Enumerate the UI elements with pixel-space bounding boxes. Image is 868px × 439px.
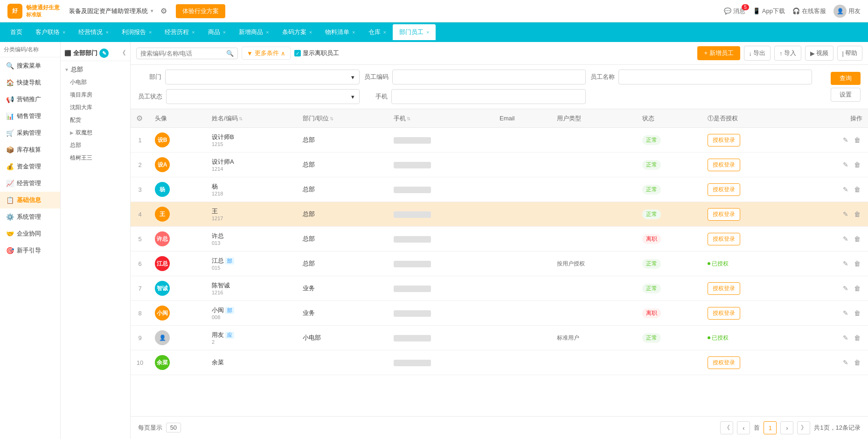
- tab-close-icon[interactable]: ×: [149, 29, 152, 35]
- tree-item-double[interactable]: ▶ 双魔想: [61, 126, 130, 139]
- emp-code-input[interactable]: [392, 70, 586, 84]
- dept-filter-select[interactable]: ▾: [165, 70, 360, 84]
- reset-button[interactable]: 设置: [831, 88, 861, 102]
- tree-item-hq[interactable]: 总部: [61, 139, 130, 152]
- tab-operation[interactable]: 经营情况 ×: [72, 24, 115, 40]
- sidebar-item-inventory[interactable]: 📦 库存核算: [0, 141, 60, 158]
- auth-login-button[interactable]: 授权登录: [708, 356, 740, 369]
- dropdown-arrow-icon[interactable]: ▾: [151, 8, 153, 14]
- edit-button[interactable]: ✎: [841, 284, 850, 293]
- tree-item-small-elec[interactable]: 小电部: [61, 76, 130, 89]
- tab-close-icon[interactable]: ×: [352, 29, 355, 35]
- sidebar-item-purchase[interactable]: 🛒 采购管理: [0, 125, 60, 141]
- delete-button[interactable]: 🗑: [852, 358, 862, 367]
- delete-button[interactable]: 🗑: [852, 209, 862, 219]
- sort-dept-icon[interactable]: ⇅: [330, 116, 333, 121]
- delete-button[interactable]: 🗑: [852, 308, 862, 318]
- delete-button[interactable]: 🗑: [852, 284, 862, 293]
- tab-customer[interactable]: 客户联络 ×: [29, 24, 72, 40]
- auth-login-button[interactable]: 授权登录: [708, 307, 740, 320]
- tab-home[interactable]: 首页: [4, 24, 29, 40]
- tab-close-icon[interactable]: ×: [309, 29, 312, 35]
- sidebar-item-management[interactable]: 📈 经营管理: [0, 175, 60, 192]
- sidebar-item-system[interactable]: ⚙️ 系统管理: [0, 209, 60, 225]
- edit-button[interactable]: ✎: [841, 209, 850, 219]
- edit-button[interactable]: ✎: [841, 234, 850, 244]
- tab-close-icon[interactable]: ×: [426, 29, 429, 35]
- auth-login-button[interactable]: 授权登录: [708, 183, 740, 196]
- auth-login-button[interactable]: 授权登录: [708, 282, 740, 295]
- settings-button[interactable]: ⚙: [157, 5, 170, 18]
- video-button[interactable]: ▶ 视频: [805, 46, 833, 61]
- per-page-value[interactable]: 50: [166, 423, 181, 432]
- phone-input[interactable]: [391, 89, 586, 104]
- show-resigned-checkbox[interactable]: ✓ 显示离职员工: [294, 49, 339, 57]
- trial-button[interactable]: 体验行业方案: [176, 4, 225, 18]
- tree-item-shenyang[interactable]: 沈阳大库: [61, 101, 130, 114]
- auth-login-button[interactable]: 授权登录: [708, 208, 740, 221]
- edit-dept-icon[interactable]: ✎: [99, 49, 109, 58]
- next-page-button[interactable]: ›: [780, 421, 793, 434]
- tab-warehouse[interactable]: 仓库 ×: [362, 24, 393, 40]
- sidebar-item-sales[interactable]: 📊 销售管理: [0, 108, 60, 125]
- online-service-button[interactable]: 🎧 在线客服: [792, 7, 826, 15]
- sidebar-item-shortcuts[interactable]: 🏠 快捷导航: [0, 74, 60, 91]
- add-employee-button[interactable]: + 新增员工: [697, 46, 740, 60]
- tab-close-icon[interactable]: ×: [62, 29, 65, 35]
- sidebar-item-finance[interactable]: 💰 资金管理: [0, 158, 60, 175]
- edit-button[interactable]: ✎: [841, 333, 850, 342]
- edit-button[interactable]: ✎: [841, 358, 850, 367]
- edit-button[interactable]: ✎: [841, 308, 850, 318]
- sidebar-item-collab[interactable]: 🤝 企业协同: [0, 225, 60, 242]
- auth-login-button[interactable]: 授权登录: [708, 159, 740, 171]
- prev-page-button[interactable]: ‹: [737, 421, 750, 434]
- sidebar-search-input[interactable]: [4, 46, 61, 53]
- edit-button[interactable]: ✎: [841, 135, 850, 145]
- import-button[interactable]: ↑ 导入: [774, 46, 801, 61]
- tab-close-icon[interactable]: ×: [192, 29, 194, 35]
- search-input[interactable]: [140, 50, 224, 57]
- tab-employees[interactable]: 部门员工 ×: [393, 24, 436, 40]
- last-page-button[interactable]: 》: [797, 421, 810, 434]
- tree-item-distribution[interactable]: 配货: [61, 114, 130, 126]
- col-settings-icon[interactable]: ⚙: [136, 114, 143, 122]
- sidebar-item-guide[interactable]: 🎯 新手引导: [0, 242, 60, 259]
- tab-close-icon[interactable]: ×: [223, 29, 226, 35]
- delete-button[interactable]: 🗑: [852, 160, 862, 169]
- export-button[interactable]: ↓ 导出: [744, 46, 771, 61]
- sidebar-item-marketing[interactable]: 📢 营销推广: [0, 91, 60, 108]
- query-button[interactable]: 查询: [831, 72, 861, 85]
- tab-bom[interactable]: 物料清单 ×: [319, 24, 361, 40]
- delete-button[interactable]: 🗑: [852, 333, 862, 342]
- tree-item-plant[interactable]: 植树王三: [61, 152, 130, 164]
- sidebar-item-basic-info[interactable]: 📋 基础信息: [0, 192, 60, 209]
- sidebar-item-search[interactable]: 🔍 搜索菜单: [0, 57, 60, 74]
- tab-barcode[interactable]: 条码方案 ×: [276, 24, 319, 40]
- tab-close-icon[interactable]: ×: [266, 29, 269, 35]
- delete-button[interactable]: 🗑: [852, 135, 862, 145]
- edit-button[interactable]: ✎: [841, 185, 850, 194]
- help-button[interactable]: | 帮助: [837, 46, 862, 61]
- first-page-button[interactable]: 《: [720, 421, 733, 434]
- tree-item-parent-headquarters[interactable]: ▼ 总部: [61, 63, 130, 76]
- auth-login-button[interactable]: 授权登录: [708, 134, 740, 146]
- emp-name-input[interactable]: [618, 70, 812, 84]
- sort-name-icon[interactable]: ⇅: [239, 116, 243, 121]
- edit-button[interactable]: ✎: [841, 160, 850, 169]
- delete-button[interactable]: 🗑: [852, 185, 862, 194]
- auth-login-button[interactable]: 授权登录: [708, 233, 740, 245]
- tab-profit[interactable]: 利润报告 ×: [115, 24, 158, 40]
- tab-close-icon[interactable]: ×: [105, 29, 108, 35]
- tab-history[interactable]: 经营历程 ×: [158, 24, 201, 40]
- delete-button[interactable]: 🗑: [852, 259, 862, 268]
- tab-goods[interactable]: 商品 ×: [201, 24, 232, 40]
- delete-button[interactable]: 🗑: [852, 234, 862, 244]
- tab-close-icon[interactable]: ×: [383, 29, 386, 35]
- sort-phone-icon[interactable]: ⇅: [407, 116, 410, 121]
- user-avatar[interactable]: 👤 用友: [833, 5, 861, 18]
- more-filter-button[interactable]: ▼ 更多条件 ∧: [242, 47, 291, 60]
- tree-item-project-room[interactable]: 项目库房: [61, 89, 130, 101]
- tab-add-goods[interactable]: 新增商品 ×: [232, 24, 275, 40]
- collapse-tree-icon[interactable]: 《: [119, 49, 125, 57]
- message-button[interactable]: 💬 消息 5: [724, 7, 745, 15]
